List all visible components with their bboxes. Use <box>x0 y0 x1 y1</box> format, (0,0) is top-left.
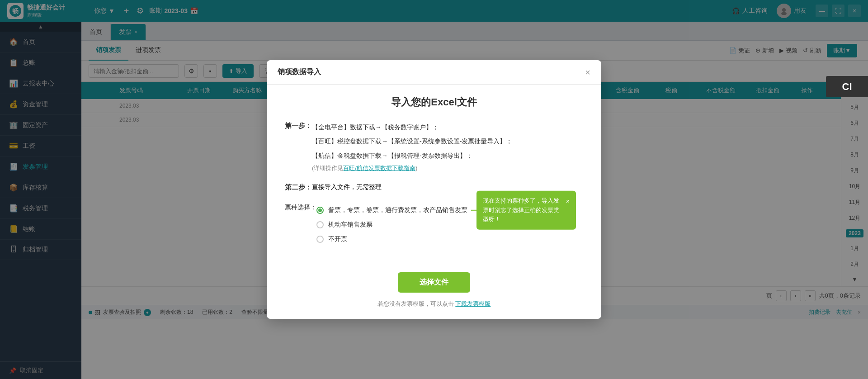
tooltip-close-btn[interactable]: × <box>566 196 570 206</box>
step1-label: 第一步： <box>285 122 312 172</box>
modal-title: 销项数据导入 <box>278 67 321 77</box>
download-hint: 若您没有发票模版，可以点击 下载发票模版 <box>285 300 583 308</box>
ticket-selection-block: 票种选择： 普票，专票，卷票，通行费发票，农产品销售发票 × 现在支持的票种多了… <box>285 203 583 243</box>
modal-body: 导入您的Excel文件 第一步： 【全电平台】数据下载→【税务数字账户】； 【百… <box>267 85 601 265</box>
radio-item-1[interactable]: 普票，专票，卷票，通行费发票，农产品销售发票 × 现在支持的票种多了，导入发票时… <box>316 206 467 214</box>
radio-label-2: 机动车销售发票 <box>328 221 373 229</box>
select-file-btn[interactable]: 选择文件 <box>398 272 470 293</box>
download-guide-link[interactable]: 百旺/航信发票数据下载指南 <box>343 165 415 171</box>
radio-item-3[interactable]: 不开票 <box>316 235 467 243</box>
radio-dot-2 <box>316 221 324 228</box>
radio-label-3: 不开票 <box>328 235 347 243</box>
step1-line-3: 【航信】金税盘数据下载→【报税管理-发票数据导出】； <box>312 150 512 161</box>
radio-item-2[interactable]: 机动车销售发票 <box>316 221 467 229</box>
radio-dot-1 <box>316 207 324 214</box>
modal-big-title: 导入您的Excel文件 <box>285 95 583 109</box>
download-template-link[interactable]: 下载发票模版 <box>455 300 491 307</box>
step1-content: 【全电平台】数据下载→【税务数字账户】； 【百旺】税控盘数据下载→【系统设置-系… <box>312 122 512 172</box>
radio-group: 普票，专票，卷票，通行费发票，农产品销售发票 × 现在支持的票种多了，导入发票时… <box>316 206 467 243</box>
ci-badge: CI <box>826 76 868 97</box>
modal-overlay: 销项数据导入 × 导入您的Excel文件 第一步： 【全电平台】数据下载→【税务… <box>0 0 868 379</box>
modal-close-btn[interactable]: × <box>585 68 590 77</box>
ticket-label: 票种选择： <box>285 203 316 212</box>
step1-note: (详细操作见百旺/航信发票数据下载指南) <box>312 164 512 172</box>
modal-footer: 选择文件 若您没有发票模版，可以点击 下载发票模版 <box>267 265 601 319</box>
import-modal: 销项数据导入 × 导入您的Excel文件 第一步： 【全电平台】数据下载→【税务… <box>267 60 601 319</box>
radio-label-1: 普票，专票，卷票，通行费发票，农产品销售发票 <box>328 206 467 214</box>
radio-dot-3 <box>316 236 324 243</box>
step2-label: 第二步： <box>285 183 312 192</box>
step1-block: 第一步： 【全电平台】数据下载→【税务数字账户】； 【百旺】税控盘数据下载→【系… <box>285 122 583 172</box>
step1-line-1: 【全电平台】数据下载→【税务数字账户】； <box>312 122 512 133</box>
step2-content: 直接导入文件，无需整理 <box>312 183 382 191</box>
tooltip-bubble: × 现在支持的票种多了，导入发票时别忘了选择正确的发票类型呀！ <box>476 191 576 230</box>
modal-header: 销项数据导入 × <box>267 60 601 85</box>
step1-line-2: 【百旺】税控盘数据下载→【系统设置-系统参数设置-发票批量导入】； <box>312 136 512 147</box>
